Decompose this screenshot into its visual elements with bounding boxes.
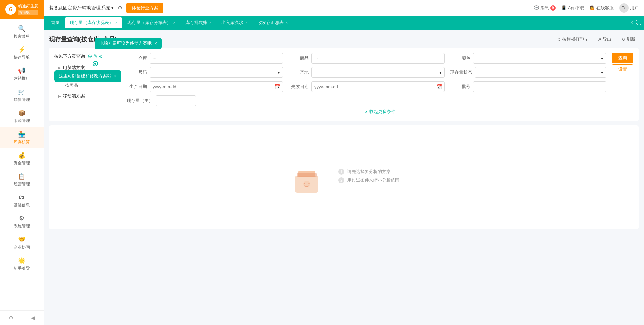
trial-button[interactable]: 体验行业方案 <box>126 3 163 13</box>
sidebar-item-search[interactable]: 🔍 搜索菜单 <box>0 21 44 43</box>
message-badge: 9 <box>550 5 556 11</box>
sidebar-item-stock[interactable]: 🏪 库存核算 <box>0 127 44 148</box>
scheme-panel: 按以下方案查询 ⊕ ✎ « 电脑方案可设为移动方案哦 × <box>54 53 121 116</box>
sidebar-settings-btn[interactable]: ⚙ <box>9 315 13 321</box>
goods-label: 商品 <box>288 55 309 61</box>
mobile-scheme-header[interactable]: ▶ 移动端方案 <box>56 92 121 100</box>
tab-inout-flow[interactable]: 出入库流水 × <box>217 17 252 28</box>
stock-status-select[interactable]: ▾ <box>475 67 606 78</box>
message-item[interactable]: 💬 消息 9 <box>534 5 556 11</box>
desktop-chevron-icon: ▶ <box>58 66 61 70</box>
stock-status-dropdown-icon: ▾ <box>601 70 603 75</box>
sidebar-item-operation[interactable]: 📋 经营管理 <box>0 169 44 191</box>
tab-close-recv-summary[interactable]: × <box>286 21 288 25</box>
expire-date-start-input[interactable] <box>311 81 445 92</box>
tooltip1-close[interactable]: × <box>154 41 157 46</box>
export-btn[interactable]: ↗ 导出 <box>594 35 615 44</box>
refresh-btn[interactable]: ↻ 刷新 <box>618 35 639 44</box>
edit-scheme-btn[interactable]: ✎ <box>93 53 98 59</box>
tab-close-stock-status[interactable]: × <box>115 21 117 25</box>
sidebar-item-sales[interactable]: 🛒 销售管理 <box>0 85 44 106</box>
tab-close-stock-dist[interactable]: × <box>173 21 175 25</box>
filter-stock-status: 现存量状态 ▾ <box>450 67 606 78</box>
top-header: 装备及固定资产辅助管理系统 ▾ ⚙ 体验行业方案 💬 消息 9 📱 App下载 … <box>44 0 644 16</box>
sidebar-item-base[interactable]: 🗂 基础信息 <box>0 191 44 211</box>
online-service-item[interactable]: 💁 在线客服 <box>590 5 614 11</box>
collapse-label: 收起更多条件 <box>369 109 395 115</box>
svg-rect-2 <box>297 173 317 177</box>
stock-qty-min-input[interactable] <box>156 95 196 106</box>
sidebar-item-purchase[interactable]: 📦 采购管理 <box>0 106 44 127</box>
tab-bar: 首页 现存量（库存状况表） × 现存量（库存分布表） × 库存批次账 × 出入库… <box>44 16 644 30</box>
sidebar-item-base-label: 基础信息 <box>14 202 30 208</box>
tab-recv-summary[interactable]: 收发存汇总表 × <box>253 17 292 28</box>
back-scheme-btn[interactable]: « <box>99 53 102 59</box>
system-name-dropdown[interactable]: 装备及固定资产辅助管理系统 ▾ <box>49 5 114 11</box>
sidebar-item-guide[interactable]: 🌟 新手引导 <box>0 254 44 275</box>
dropdown-icon: ▾ <box>111 5 114 10</box>
tab-fullscreen-btn[interactable]: ⛶ <box>636 20 641 26</box>
export-icon: ↗ <box>598 37 601 42</box>
warehouse-select[interactable]: ··· <box>150 53 283 64</box>
size-select[interactable]: ▾ <box>150 67 283 78</box>
sidebar-item-marketing[interactable]: 📢 营销推广 <box>0 64 44 85</box>
filter-goods: 商品 ··· <box>288 53 445 64</box>
collab-icon: 🤝 <box>18 236 25 243</box>
search-header: 按以下方案查询 ⊕ ✎ « <box>54 53 121 59</box>
print-dropdown-icon: ▾ <box>585 37 588 42</box>
sidebar-nav: 🔍 搜索菜单 ⚡ 快速导航 📢 营销推广 🛒 销售管理 📦 采购管理 🏪 库存核… <box>0 19 44 310</box>
sidebar-collapse-btn[interactable]: ◀ <box>31 315 35 321</box>
goods-select[interactable]: ··· <box>311 53 445 64</box>
empty-steps: 1 请先选择要分析的方案 2 用过滤条件来缩小分析范围 <box>338 169 399 186</box>
tab-close-inout-flow[interactable]: × <box>245 21 247 25</box>
batch-input[interactable] <box>473 81 606 92</box>
prod-date-start-input[interactable] <box>150 81 283 92</box>
set-button[interactable]: 设置 <box>612 64 633 74</box>
batch-label: 批号 <box>450 84 470 90</box>
tab-home[interactable]: 首页 <box>46 17 64 28</box>
content-area: 现存量查询(按仓库+商品) 🖨 按模板打印 ▾ ↗ 导出 ↻ 刷新 <box>44 30 644 325</box>
sidebar-item-stock-label: 库存核算 <box>14 139 30 145</box>
add-scheme-btn[interactable]: ⊕ <box>88 53 92 59</box>
tab-stock-dist[interactable]: 现存量（库存分布表） × <box>123 17 180 28</box>
query-button[interactable]: 查询 <box>612 53 633 63</box>
logo-title: 畅通好生意 <box>18 4 38 9</box>
filter-color: 颜色 ▾ <box>450 53 606 64</box>
warehouse-label: 仓库 <box>127 55 147 61</box>
sidebar-item-system[interactable]: ⚙ 系统管理 <box>0 211 44 232</box>
stock-qty-label: 现存量（主） <box>127 98 153 104</box>
scheme-item-2[interactable]: 按照品 <box>56 81 121 90</box>
sidebar-item-search-label: 搜索菜单 <box>14 34 30 39</box>
logo-icon: 6 <box>5 4 16 15</box>
tab-close-stock-batch[interactable]: × <box>209 21 211 25</box>
tab-stock-status[interactable]: 现存量（库存状况表） × <box>65 17 122 28</box>
sidebar-item-quick[interactable]: ⚡ 快速导航 <box>0 43 44 64</box>
collapse-arrow-icon: ∧ <box>365 109 368 114</box>
app-download-label: App下载 <box>568 5 584 11</box>
mobile-scheme-label: 移动端方案 <box>63 93 85 99</box>
tooltip2-close[interactable]: × <box>114 73 117 79</box>
app-download-item[interactable]: 📱 App下载 <box>561 5 584 11</box>
collapse-btn[interactable]: ∧ 收起更多条件 <box>127 106 633 116</box>
sidebar-item-system-label: 系统管理 <box>14 223 30 229</box>
sidebar-item-finance[interactable]: 💰 资金管理 <box>0 148 44 169</box>
origin-select[interactable]: ▾ <box>311 67 445 78</box>
finance-icon: 💰 <box>18 152 25 159</box>
sidebar: 6 畅通好生意 标准版 🔍 搜索菜单 ⚡ 快速导航 📢 营销推广 🛒 销售管理 … <box>0 0 44 325</box>
filter-origin: 产地 ▾ <box>288 67 445 78</box>
color-select[interactable]: ▾ <box>473 53 606 64</box>
sidebar-item-collab[interactable]: 🤝 企业协同 <box>0 232 44 254</box>
user-label: 用户 <box>630 5 639 11</box>
sidebar-item-finance-label: 资金管理 <box>14 160 30 166</box>
search-panel: 按以下方案查询 ⊕ ✎ « 电脑方案可设为移动方案哦 × <box>49 48 639 121</box>
color-dropdown-icon: ▾ <box>601 56 603 61</box>
marketing-icon: 📢 <box>18 67 25 74</box>
tab-stock-batch[interactable]: 库存批次账 × <box>181 17 216 28</box>
tab-close-all-btn[interactable]: × <box>630 20 633 26</box>
base-icon: 🗂 <box>19 194 25 201</box>
print-btn[interactable]: 🖨 按模板打印 ▾ <box>553 35 591 44</box>
stock-icon: 🏪 <box>18 130 25 138</box>
user-item[interactable]: Ea 用户 <box>619 3 639 13</box>
sales-icon: 🛒 <box>18 88 25 96</box>
header-settings-btn[interactable]: ⚙ <box>118 5 122 11</box>
